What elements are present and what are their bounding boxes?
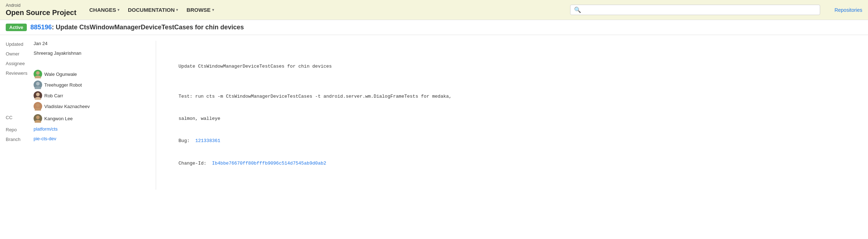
search-input[interactable] xyxy=(584,7,816,13)
commit-message: Update CtsWindowManagerDeviceTestCases f… xyxy=(162,56,862,175)
commit-bug-prefix: Bug: xyxy=(179,138,195,143)
avatar xyxy=(34,70,42,78)
nav-changes[interactable]: CHANGES ▾ xyxy=(86,5,123,15)
active-badge: Active xyxy=(6,24,27,31)
owner-value: Shreerag Jayakrishnan xyxy=(34,50,81,56)
commit-line3: Test: run cts -m CtsWindowManagerDeviceT… xyxy=(179,94,452,99)
svg-point-7 xyxy=(35,108,41,111)
change-id-link[interactable]: 885196 xyxy=(30,24,52,31)
change-id-hash-link[interactable]: Ib4bbe76670ff80bfffb9096c514d7545ab9d0ab… xyxy=(212,161,326,166)
chevron-down-icon: ▾ xyxy=(176,8,178,12)
reviewer-name: Treehugger Robot xyxy=(44,82,82,88)
reviewers-label: Reviewers xyxy=(6,70,31,76)
assignee-row: Assignee xyxy=(6,60,149,66)
branch-row: Branch pie-cts-dev xyxy=(6,136,149,142)
svg-point-4 xyxy=(36,93,40,96)
svg-point-3 xyxy=(35,86,41,89)
nav-documentation[interactable]: DOCUMENTATION ▾ xyxy=(124,5,181,15)
cc-item: Kangwon Lee xyxy=(34,114,73,123)
nav-browse-label: BROWSE xyxy=(186,7,211,13)
list-item: Treehugger Robot xyxy=(34,81,90,89)
avatar xyxy=(34,91,42,100)
reviewers-row: Reviewers Wale Ogunwale Treehugger Robot xyxy=(6,70,149,111)
updated-label: Updated xyxy=(6,41,31,47)
reviewer-name: Rob Carr xyxy=(44,93,63,98)
left-panel: Updated Jan 24 Owner Shreerag Jayakrishn… xyxy=(6,41,156,190)
avatar xyxy=(34,114,42,123)
svg-point-2 xyxy=(36,82,40,86)
bug-link[interactable]: 121338361 xyxy=(195,138,220,143)
svg-point-1 xyxy=(35,75,41,78)
nav-bar: CHANGES ▾ DOCUMENTATION ▾ BROWSE ▾ xyxy=(86,5,218,15)
svg-point-6 xyxy=(36,103,40,107)
svg-point-5 xyxy=(35,97,41,100)
cc-row: CC Kangwon Lee xyxy=(6,114,149,123)
logo-project: Open Source Project xyxy=(6,8,77,17)
repo-link[interactable]: platform/cts xyxy=(34,126,58,132)
cc-name: Kangwon Lee xyxy=(44,116,73,121)
title-bar: Active 885196: Update CtsWindowManagerDe… xyxy=(0,20,868,35)
owner-label: Owner xyxy=(6,50,31,57)
change-title: 885196: Update CtsWindowManagerDeviceTes… xyxy=(30,24,244,31)
repositories-link[interactable]: Repositories xyxy=(834,7,862,13)
list-item: Wale Ogunwale xyxy=(34,70,90,78)
commit-line4: salmon, walleye xyxy=(179,116,220,121)
reviewer-name: Vladislav Kaznacheev xyxy=(44,104,90,109)
commit-changeid-prefix: Change-Id: xyxy=(179,161,212,166)
svg-point-0 xyxy=(36,71,40,75)
updated-value: Jan 24 xyxy=(34,41,48,46)
header: Android Open Source Project CHANGES ▾ DO… xyxy=(0,0,868,20)
svg-point-9 xyxy=(35,120,41,123)
branch-label: Branch xyxy=(6,136,31,142)
nav-changes-label: CHANGES xyxy=(89,7,116,13)
chevron-down-icon: ▾ xyxy=(212,8,214,12)
svg-point-8 xyxy=(36,116,40,119)
chevron-down-icon: ▾ xyxy=(118,8,119,12)
updated-row: Updated Jan 24 xyxy=(6,41,149,47)
reviewer-name: Wale Ogunwale xyxy=(44,72,77,77)
main-content: Updated Jan 24 Owner Shreerag Jayakrishn… xyxy=(0,35,868,195)
search-area: 🔍 xyxy=(570,5,820,15)
list-item: Rob Carr xyxy=(34,91,90,100)
logo-android: Android xyxy=(6,3,77,8)
right-panel: Update CtsWindowManagerDeviceTestCases f… xyxy=(156,41,862,190)
avatar xyxy=(34,102,42,111)
repo-label: Repo xyxy=(6,126,31,132)
list-item: Vladislav Kaznacheev xyxy=(34,102,90,111)
avatar xyxy=(34,81,42,89)
reviewers-list: Wale Ogunwale Treehugger Robot Rob Carr xyxy=(34,70,90,111)
nav-browse[interactable]: BROWSE ▾ xyxy=(183,5,218,15)
commit-line1: Update CtsWindowManagerDeviceTestCases f… xyxy=(179,64,332,69)
assignee-label: Assignee xyxy=(6,60,31,66)
repo-row: Repo platform/cts xyxy=(6,126,149,132)
branch-link[interactable]: pie-cts-dev xyxy=(34,136,56,141)
change-title-text: : Update CtsWindowManagerDeviceTestCases… xyxy=(52,24,244,31)
cc-label: CC xyxy=(6,114,31,120)
nav-documentation-label: DOCUMENTATION xyxy=(128,7,175,13)
owner-row: Owner Shreerag Jayakrishnan xyxy=(6,50,149,57)
logo-area: Android Open Source Project xyxy=(6,3,77,16)
search-icon: 🔍 xyxy=(574,6,581,13)
